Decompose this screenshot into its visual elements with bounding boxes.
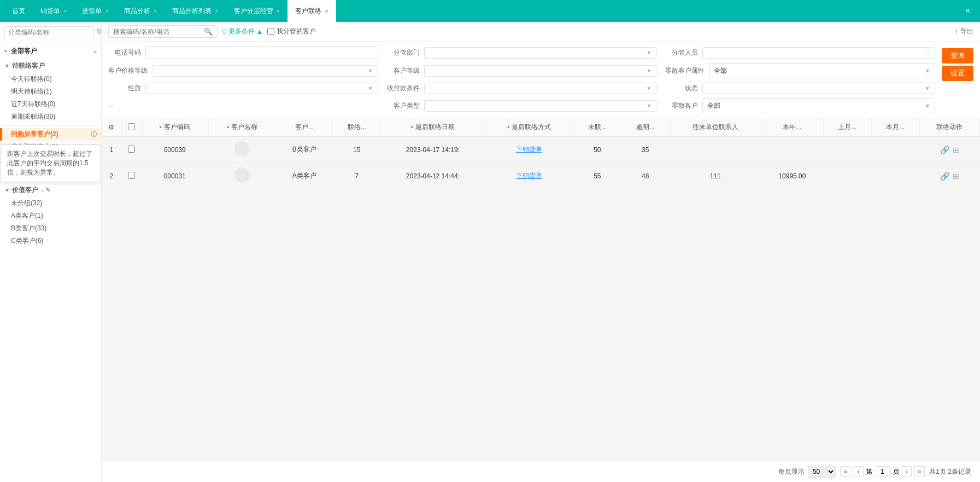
more-dots[interactable]: ··· (108, 102, 114, 110)
first-page-btn[interactable]: « (840, 466, 852, 477)
th-customer-name: • 客户名称 (208, 118, 275, 137)
my-customers-checkbox[interactable] (267, 28, 274, 35)
manager-select[interactable]: ··· (702, 47, 935, 59)
payment-label: 收付款条件 (387, 84, 420, 93)
sidebar-search-area: 🔍 (0, 22, 101, 43)
manager-label: 分管人员 (665, 48, 698, 57)
sidebar-all-customers[interactable]: ▪ 全部客户 » (0, 43, 101, 59)
sidebar-search-input[interactable] (4, 26, 94, 38)
row2-type: A类客户 (276, 163, 333, 189)
manager-more-icon: ··· (926, 50, 930, 56)
row2-check[interactable] (121, 163, 141, 189)
nav-purchase-order[interactable]: 进货单 × (74, 0, 116, 22)
th-contact-actions: 联络动作 (919, 118, 979, 137)
sidebar-item-overdue-uncontacted[interactable]: 逾期未联络(30) (0, 111, 101, 123)
th-uncontacted: 未联... (573, 118, 621, 137)
filter-row-phone: 电话号码 (108, 46, 378, 59)
th-method-dot-icon: • (507, 124, 509, 131)
price-level-label: 客户价格等级 (108, 66, 148, 76)
phone-label: 电话号码 (108, 48, 141, 57)
row2-link-icon[interactable]: 🔗 (940, 172, 949, 181)
filter-row-zero-attr: 零散客户属性 全部 ▼ (665, 63, 935, 78)
row1-current-year (761, 137, 824, 163)
th-checkbox[interactable] (121, 118, 141, 137)
nav-product-analysis[interactable]: 商品分析 × (116, 0, 165, 22)
row1-link-icon[interactable]: 🔗 (940, 146, 949, 154)
export-button[interactable]: ↑ 导出 (955, 27, 973, 36)
nav-customer-segmentation[interactable]: 客户分层经营 × (226, 0, 287, 22)
table-wrapper: ⚙ • 客户编码 (102, 118, 980, 461)
per-page-select[interactable]: 50 20 100 (808, 466, 836, 478)
close-customer-contact-icon[interactable]: × (325, 8, 328, 14)
sidebar-item-today-pending[interactable]: 今天待联络(0) (0, 73, 101, 85)
close-sales-order-icon[interactable]: × (63, 8, 67, 14)
active-indicator-bar (0, 128, 2, 141)
price-level-select[interactable]: ▼ (152, 65, 378, 77)
value-customers-circle-icon[interactable]: ○ (40, 187, 44, 194)
zero-attr-select[interactable]: 全部 ▼ (709, 63, 935, 78)
close-product-analysis-list-icon[interactable]: × (215, 8, 218, 14)
sidebar-search-icon[interactable]: 🔍 (96, 28, 102, 36)
zero-customer-select[interactable]: 全部 ▼ (702, 98, 935, 113)
dept-select[interactable]: ▼ (424, 47, 657, 59)
page-end-label: 页 (893, 467, 900, 477)
main-search-input[interactable] (113, 28, 204, 36)
row1-last-contact-method[interactable]: 下销货单 (485, 137, 573, 163)
customer-type-select[interactable]: ▼ (424, 100, 657, 112)
repurchase-anomaly-info-icon[interactable]: ⓘ (91, 130, 97, 138)
payment-select[interactable]: ▼ (424, 83, 657, 94)
sidebar-item-unclassified[interactable]: 未分组(32) (0, 197, 101, 210)
row2-current-month (871, 163, 919, 189)
prev-page-btn[interactable]: ‹ (854, 466, 864, 477)
query-button[interactable]: 查询 (942, 48, 973, 63)
sidebar-item-class-b[interactable]: B类客户(33) (0, 222, 101, 235)
close-customer-segmentation-icon[interactable]: × (277, 8, 280, 14)
row2-contact-method-link[interactable]: 下销货单 (516, 172, 542, 179)
main-search-icon[interactable]: 🔍 (204, 27, 213, 36)
more-conditions-btn[interactable]: ▽ 更多条件 ▲ (222, 27, 263, 36)
zero-customer-value: 全部 (707, 101, 720, 111)
row1-check[interactable] (121, 137, 141, 163)
row2-checkbox[interactable] (128, 172, 135, 179)
status-label: 状态 (665, 84, 698, 93)
sidebar-item-repurchase-anomaly[interactable]: 回购异常客户(2) ⓘ (0, 128, 101, 141)
last-page-btn[interactable]: » (914, 466, 925, 477)
select-all-checkbox[interactable] (128, 123, 135, 130)
row1-uncontacted: 50 (573, 137, 621, 163)
row1-contact-method-link[interactable]: 下销货单 (516, 146, 542, 153)
filter-top-bar: 🔍 ▽ 更多条件 ▲ 我分管的客户 ↑ 导出 (102, 22, 980, 42)
nav-sales-order[interactable]: 销货单 × (33, 0, 74, 22)
phone-input[interactable] (145, 46, 378, 59)
page-label: 第 (866, 467, 872, 477)
next-page-btn[interactable]: › (902, 466, 912, 477)
sidebar-pending-contact-group[interactable]: ▼ 待联络客户 (0, 59, 101, 73)
main-layout: 🔍 ▪ 全部客户 » ▼ 待联络客户 今天待联络(0) 明天待联络(1) 近7天… (0, 22, 980, 482)
row2-last-contact-method[interactable]: 下销货单 (485, 163, 573, 189)
customer-level-select[interactable]: ▼ (424, 65, 657, 77)
page-info: 每页显示 50 20 100 (778, 466, 836, 478)
nav-home[interactable]: 首页 (4, 0, 33, 22)
sidebar-item-7days-pending[interactable]: 近7天待联络(0) (0, 98, 101, 111)
nature-select[interactable]: ▼ (145, 83, 378, 94)
settings-button[interactable]: 设置 (942, 66, 973, 81)
close-product-analysis-icon[interactable]: × (154, 8, 157, 14)
sidebar-item-class-a[interactable]: A类客户(1) (0, 210, 101, 222)
page-number-input[interactable] (875, 466, 891, 477)
th-settings[interactable]: ⚙ (102, 118, 121, 137)
close-purchase-order-icon[interactable]: × (105, 8, 108, 14)
sidebar-value-customers-group[interactable]: ▼ 价值客户 ○ ✎ (0, 183, 101, 197)
row1-grid-icon[interactable]: ⊞ (953, 146, 959, 154)
table-settings-icon[interactable]: ⚙ (108, 124, 114, 131)
row1-checkbox[interactable] (128, 146, 135, 153)
nav-product-analysis-list[interactable]: 商品分析列表 × (165, 0, 226, 22)
sidebar-collapse-icon[interactable]: » (93, 48, 97, 55)
row1-actions: 🔗 ⊞ (919, 137, 979, 163)
window-close-button[interactable]: × (960, 6, 976, 16)
nav-customer-contact[interactable]: 客户联络 × (287, 0, 336, 22)
sidebar-item-tomorrow-pending[interactable]: 明天待联络(1) (0, 85, 101, 98)
status-select[interactable]: ▼ (702, 83, 935, 94)
row2-code: 000031 (141, 163, 208, 189)
value-customers-edit-icon[interactable]: ✎ (45, 187, 50, 194)
sidebar-item-class-c[interactable]: C类客户(6) (0, 235, 101, 247)
row2-grid-icon[interactable]: ⊞ (953, 172, 959, 181)
